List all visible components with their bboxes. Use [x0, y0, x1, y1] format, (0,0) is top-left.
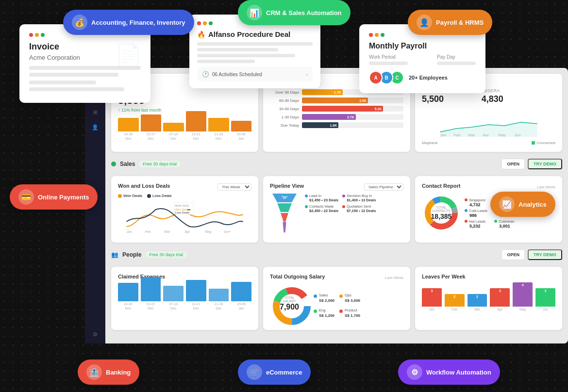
contact-name-6: Customer — [494, 219, 519, 224]
sales-trial: Free 30 days trial — [139, 161, 181, 167]
ar-track-2: 3.6K — [302, 98, 403, 103]
payroll-badge[interactable]: 👤 Payroll & HRMS — [408, 10, 492, 35]
sales-open-button[interactable]: OPEN — [501, 159, 525, 169]
work-period-section: Work Period — [369, 54, 408, 65]
crm-skeleton-2 — [197, 48, 278, 51]
work-period-label: Work Period — [369, 54, 408, 60]
accounting-badge[interactable]: 💰 Accounting, Finance, Inventory — [63, 10, 194, 35]
won-loss-period-select[interactable]: This Week Last Week This Month — [217, 183, 251, 191]
leaves-bar-4: 3 Apr — [490, 288, 510, 311]
salary-text-2: Ops S$ 3,000 — [345, 290, 360, 303]
activities-row[interactable]: 🕐 06 Activities Scheduled › — [197, 67, 313, 82]
leaves-fill-3: 2 — [468, 294, 487, 307]
ar-label-5: Due Today — [270, 123, 299, 128]
contact-name-3: Cold Leads — [465, 209, 489, 213]
funnel-dot-1 — [305, 195, 308, 197]
workflow-badge[interactable]: ⚙ Workflow Automation — [398, 359, 500, 385]
skeleton-4 — [29, 87, 124, 91]
contact-dot-6 — [494, 220, 497, 223]
sidebar-icon-2[interactable]: ⊞ — [93, 109, 98, 115]
people-actions: OPEN TRY DEMO — [501, 249, 562, 260]
ar-row-5: Due Today 1.8K — [270, 122, 403, 128]
contact-val-6: 3,001 — [499, 224, 519, 229]
contact-name-1: Singapore — [465, 198, 489, 202]
ecommerce-badge[interactable]: 🛒 eCommerce — [238, 359, 311, 385]
contact-val-5: 5,232 — [469, 224, 489, 229]
contact-donut-chart: TOTAL CONTACTS 18,385 — [422, 194, 461, 232]
salary-donut: TOTAL SALARY 7,900 — [270, 284, 309, 323]
funnel-item-1: Lead In $1,450 • 23 Deals — [305, 194, 338, 202]
ar-row-3: 30-60 Days 5.1K — [270, 106, 403, 112]
arrow-icon: › — [306, 72, 308, 77]
contact-val-3: 986 — [469, 213, 489, 218]
ecommerce-label: eCommerce — [266, 369, 302, 376]
bank-name: Maybank — [422, 141, 437, 145]
salary-donut-section: TOTAL SALARY 7,900 Sales S$ 2,000 — [270, 284, 403, 323]
exp-fill-1 — [118, 283, 138, 301]
contact-header: Contact Report Last Week — [422, 183, 555, 191]
leaves-bar-5: 4 May — [513, 282, 533, 311]
people-demo-button[interactable]: TRY DEMO — [528, 249, 562, 260]
invoices-bar-chart: 24-30Nov 01-07Dec 07-14Dec 14-21Dec 21-2… — [118, 116, 251, 141]
exp-label-2: 01-07Dec — [147, 302, 155, 310]
salary-val-1: S$ 2,000 — [319, 298, 334, 303]
sidebar-icon-bottom[interactable]: ⚙ — [93, 331, 98, 338]
svg-text:May: May — [205, 230, 212, 234]
bar-2 — [141, 114, 162, 131]
ar-label-3: 30-60 Days — [270, 107, 299, 111]
leaves-num-1: 3 — [422, 288, 442, 293]
funnel-label-4: Quotation Sent — [342, 204, 376, 209]
ar-bars: Over 90 Days 1.7K 60-90 Days 3.6K — [270, 89, 403, 128]
leaves-chart: 3 Jan 2 Feb 2 Mar — [422, 282, 555, 311]
crm-icon: 📊 — [247, 5, 262, 20]
won-loss-widget: Won and Loss Deals This Week Last Week T… — [111, 176, 258, 243]
sales-label: Sales — [120, 161, 135, 167]
banking-badge[interactable]: 🏦 Banking — [78, 359, 139, 385]
svg-text:Deals: Deals — [282, 195, 288, 198]
crm-deal-title: 🔥 Alfanso Procedure Deal — [197, 30, 313, 38]
svg-text:Jan: Jan — [127, 230, 132, 233]
expenses-chart: 24-30Nov 01-07Dec 07-14Dec 14-21Dec 21-2… — [118, 281, 251, 310]
leaves-num-5: 4 — [513, 282, 533, 287]
close-dot — [29, 33, 33, 37]
bar-label-4: 14-21Dec — [192, 132, 200, 141]
contact-title: Contact Report — [422, 183, 460, 189]
salary-legend-4: Product S$ 1,700 — [339, 305, 360, 318]
svg-text:Jan: Jan — [440, 133, 447, 137]
pipeline-select[interactable]: Sales Pipeline — [364, 183, 403, 191]
sidebar-icon-3[interactable]: 👤 — [92, 124, 99, 131]
contact-legend-1: Singapore 4,732 — [465, 198, 489, 207]
payments-badge[interactable]: 💳 Online Payments — [10, 184, 98, 210]
pipeline-title: Pipeline View — [270, 183, 304, 189]
exp-label-6: 29-06Jan — [237, 302, 246, 310]
bar-1 — [118, 118, 139, 131]
contact-dot-3 — [465, 209, 468, 212]
leaves-num-4: 3 — [490, 288, 510, 293]
svg-text:Apr: Apr — [185, 230, 191, 234]
exp-bar-6: 29-06Jan — [231, 282, 251, 310]
svg-text:Loss Deals: Loss Deals — [175, 211, 190, 214]
exp-fill-6 — [231, 282, 251, 301]
crm-badge[interactable]: 📊 CRM & Sales Automation — [238, 0, 351, 25]
svg-marker-19 — [277, 203, 292, 212]
ar-val-4: 2.7K — [347, 115, 354, 119]
people-label: People — [122, 251, 141, 258]
bar-4 — [186, 111, 207, 131]
people-open-button[interactable]: OPEN — [501, 249, 525, 260]
analytics-badge[interactable]: 📈 Analytics — [490, 192, 555, 217]
won-legend-dot — [118, 194, 122, 198]
leaves-num-2: 2 — [445, 294, 465, 298]
ar-fill-5: 1.8K — [302, 122, 338, 128]
leaves-num-6: 3 — [535, 288, 555, 293]
svg-marker-21 — [284, 223, 285, 232]
crm-label: CRM & Sales Automation — [266, 9, 342, 16]
workflow-label: Workflow Automation — [426, 369, 491, 376]
bar-label-1: 24-30Nov — [124, 132, 133, 141]
ar-track-4: 2.7K — [302, 114, 403, 120]
donut-center-text: TOTAL CONTACTS 18,385 — [431, 206, 452, 220]
sales-demo-button[interactable]: TRY DEMO — [528, 159, 562, 169]
salary-legend-2: Ops S$ 3,000 — [339, 290, 360, 303]
accounting-label: Accounting, Finance, Inventory — [91, 19, 185, 26]
ar-val-2: 3.6K — [359, 99, 367, 102]
contact-name-5: Hot Leads — [465, 219, 489, 224]
